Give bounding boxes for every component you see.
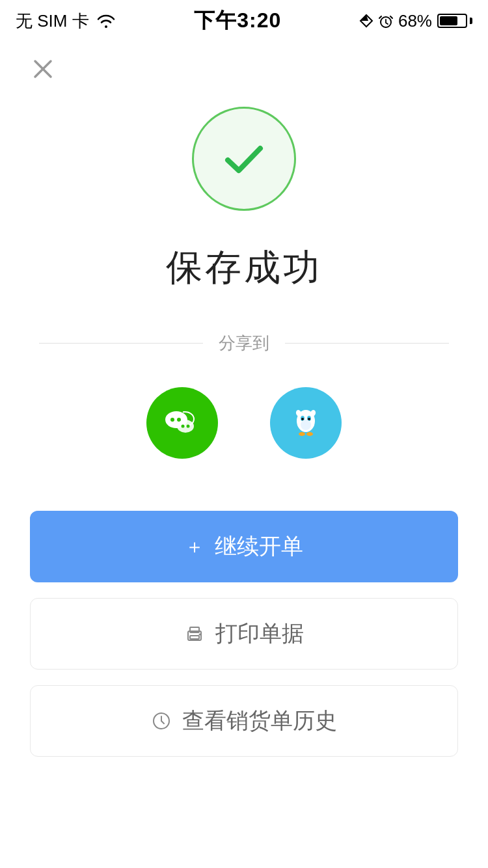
action-buttons: ＋ 继续开单 打印单据 查看销货单历史 — [0, 511, 488, 757]
no-sim-text: 无 SIM 卡 — [16, 10, 89, 33]
svg-rect-22 — [190, 636, 199, 639]
success-icon-circle — [192, 107, 296, 211]
qq-icon — [284, 401, 327, 444]
svg-point-13 — [308, 418, 310, 420]
success-title: 保存成功 — [166, 243, 322, 293]
battery-percent: 68% — [398, 11, 432, 31]
wechat-share-button[interactable] — [146, 387, 218, 459]
share-buttons-row — [146, 387, 342, 459]
location-icon — [359, 14, 373, 28]
battery-icon — [437, 14, 472, 28]
print-button[interactable]: 打印单据 — [30, 598, 458, 670]
continue-order-label: 继续开单 — [215, 532, 303, 562]
share-label: 分享到 — [203, 332, 285, 355]
svg-point-6 — [177, 420, 194, 433]
history-label: 查看销货单历史 — [182, 706, 337, 736]
printer-icon — [184, 623, 205, 644]
checkmark-icon — [218, 133, 270, 185]
wifi-icon — [96, 13, 116, 29]
share-divider: 分享到 — [0, 332, 488, 355]
svg-point-23 — [199, 634, 201, 636]
divider-left — [39, 343, 203, 344]
print-label: 打印单据 — [215, 619, 304, 649]
history-button[interactable]: 查看销货单历史 — [30, 685, 458, 757]
alarm-icon — [379, 14, 393, 28]
status-right: 68% — [359, 11, 472, 31]
plus-icon: ＋ — [185, 534, 204, 560]
continue-order-button[interactable]: ＋ 继续开单 — [30, 511, 458, 582]
close-button[interactable] — [26, 52, 60, 86]
svg-point-8 — [187, 425, 190, 428]
svg-point-15 — [301, 420, 311, 430]
svg-point-16 — [299, 432, 305, 436]
divider-right — [285, 343, 449, 344]
main-content: 保存成功 分享到 — [0, 42, 488, 757]
svg-point-17 — [306, 432, 313, 436]
status-bar: 无 SIM 卡 下午3:20 68% — [0, 0, 488, 42]
svg-point-4 — [170, 418, 174, 422]
status-time: 下午3:20 — [194, 7, 281, 35]
qq-share-button[interactable] — [270, 387, 342, 459]
clock-icon — [151, 711, 172, 731]
wechat-icon — [161, 401, 204, 444]
status-left: 无 SIM 卡 — [16, 10, 116, 33]
svg-point-12 — [301, 418, 304, 420]
svg-point-7 — [182, 425, 185, 428]
